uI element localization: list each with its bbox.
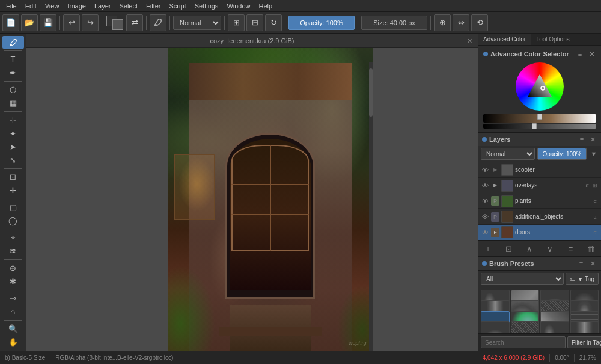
brush-item[interactable]	[481, 321, 510, 333]
layer-visibility-icon[interactable]: 👁	[481, 228, 489, 237]
contiguous-select-tool[interactable]: ⌖	[2, 231, 24, 244]
undo-button[interactable]: ↩	[63, 14, 80, 31]
move-up-button[interactable]: ∧	[523, 243, 535, 255]
similar-select-tool[interactable]: ≋	[2, 244, 24, 257]
layer-item-doors[interactable]: 👁 F doors α	[478, 225, 601, 240]
color-value-bar[interactable]	[483, 114, 596, 123]
layer-visibility-icon[interactable]: 👁	[481, 166, 489, 174]
move-down-button[interactable]: ∨	[544, 243, 556, 255]
add-layer-button[interactable]: +	[482, 243, 494, 255]
freehand-select-tool[interactable]: ⊹	[2, 114, 24, 126]
painting-canvas[interactable]: wophrg	[168, 48, 373, 351]
layer-visibility-icon[interactable]: 👁	[481, 197, 489, 205]
tab-advanced-color[interactable]: Advanced Color	[478, 34, 531, 45]
redo-button[interactable]: ↪	[82, 14, 99, 31]
flip-h-button[interactable]: ⇔	[453, 14, 469, 31]
assistant-tool[interactable]: ⌂	[2, 305, 24, 318]
transform-tool[interactable]: ⤡	[2, 154, 24, 166]
layer-blend-mode-select[interactable]: Normal	[481, 148, 535, 160]
mirror-tool-button[interactable]: ⊞	[228, 14, 245, 31]
layer-opacity-bar[interactable]: Opacity: 100%	[537, 148, 587, 160]
smart-patch-tool[interactable]: ✱	[2, 275, 24, 288]
crop-tool[interactable]: ⊡	[2, 171, 24, 183]
freehand-brush-tool[interactable]	[2, 36, 24, 49]
duplicate-layer-button[interactable]: ⊡	[502, 243, 514, 255]
layers-close-icon[interactable]: ✕	[588, 135, 597, 144]
save-button[interactable]: 💾	[40, 14, 56, 31]
menu-select[interactable]: Select	[115, 0, 141, 12]
layer-item-overlays[interactable]: 👁 ▶ overlays α ⊞	[478, 178, 601, 193]
menu-edit[interactable]: Edit	[22, 0, 40, 12]
brush-item[interactable]	[511, 321, 540, 333]
layer-expand-icon[interactable]: ▶	[491, 166, 499, 174]
gradient-tool[interactable]: ▦	[2, 97, 24, 109]
tab-tool-options[interactable]: Tool Options	[531, 34, 575, 45]
alpha-lock-icon[interactable]: α	[591, 213, 599, 220]
move-tool[interactable]: ✛	[2, 184, 24, 196]
menu-filter[interactable]: Filter	[142, 0, 164, 12]
menu-help[interactable]: Help	[255, 0, 276, 12]
pan-tool[interactable]: ✋	[2, 336, 24, 348]
arrow-tool[interactable]: ➤	[2, 141, 24, 153]
layer-style-button[interactable]: ≡	[565, 243, 577, 255]
color-sampler-tool[interactable]: ⊕	[2, 262, 24, 275]
close-canvas-button[interactable]: ✕	[465, 36, 474, 46]
alpha-lock-icon[interactable]: α	[584, 182, 591, 189]
rotation-button[interactable]: ↻	[265, 14, 282, 31]
brush-size-display[interactable]: Size: 40.00 px	[361, 16, 427, 30]
delete-layer-button[interactable]: 🗑	[585, 243, 597, 255]
inherit-alpha-icon[interactable]: ⊞	[591, 182, 599, 189]
color-wheel-container[interactable]	[481, 60, 599, 113]
alpha-lock-icon[interactable]: α	[591, 229, 599, 236]
brush-search-input[interactable]	[481, 336, 566, 348]
opacity-display[interactable]: Opacity: 100%	[288, 16, 355, 30]
layer-visibility-icon[interactable]: 👁	[481, 181, 489, 190]
brush-item[interactable]	[540, 321, 569, 333]
swap-colors-button[interactable]: ⇄	[126, 14, 143, 31]
color-selector[interactable]	[105, 14, 124, 31]
color-dark-bar[interactable]	[483, 124, 596, 129]
layers-settings-icon[interactable]: ≡	[577, 135, 587, 144]
filter-in-tag-button[interactable]: Filter in Tag	[567, 336, 601, 348]
color-wheel[interactable]	[516, 62, 564, 111]
brush-item[interactable]	[570, 321, 599, 333]
layer-options-icon[interactable]: ▼	[589, 149, 599, 159]
layer-visibility-icon[interactable]: 👁	[481, 213, 489, 221]
brush-options-button[interactable]: ⊕	[434, 14, 451, 31]
alpha-lock-icon[interactable]: α	[591, 198, 599, 205]
reset-button[interactable]: ⟲	[471, 14, 488, 31]
ellipse-select-tool[interactable]: ◯	[2, 214, 24, 227]
canvas-content[interactable]: wophrg	[26, 48, 478, 351]
fill-tool[interactable]: ⬡	[2, 83, 24, 96]
menu-layer[interactable]: Layer	[91, 0, 115, 12]
wrap-tool-button[interactable]: ⊟	[246, 14, 263, 31]
new-file-button[interactable]: 📄	[2, 14, 19, 31]
menu-file[interactable]: File	[2, 0, 20, 12]
measure-tool[interactable]: ⊸	[2, 292, 24, 305]
color-panel-settings-icon[interactable]: ≡	[575, 49, 585, 59]
calligraphy-tool[interactable]: ✒	[2, 66, 24, 79]
text-tool[interactable]: T	[2, 53, 24, 65]
brush-panel-close-icon[interactable]: ✕	[588, 259, 597, 268]
layer-item-scooter[interactable]: 👁 ▶ scooter	[478, 162, 601, 178]
layer-item-additional-objects[interactable]: 👁 P additional_objects α	[478, 209, 601, 225]
layer-expand-icon[interactable]: ▶	[491, 181, 499, 190]
brush-preset-button[interactable]	[150, 14, 166, 31]
menu-window[interactable]: Window	[223, 0, 254, 12]
color-panel-close-icon[interactable]: ✕	[587, 49, 596, 59]
blend-mode-select[interactable]: Normal	[173, 16, 221, 30]
brush-panel-settings-icon[interactable]: ≡	[576, 259, 586, 268]
zoom-tool[interactable]: 🔍	[2, 322, 24, 335]
value-bar-thumb[interactable]	[537, 114, 542, 120]
dark-bar-thumb[interactable]	[532, 123, 537, 129]
tag-filter-button[interactable]: 🏷 ▼ Tag	[566, 273, 599, 285]
menu-image[interactable]: Image	[64, 0, 90, 12]
layer-item-plants[interactable]: 👁 P plants α	[478, 193, 601, 209]
rect-select-tool[interactable]: ▢	[2, 201, 24, 214]
menu-settings[interactable]: Settings	[191, 0, 222, 12]
menu-script[interactable]: Script	[166, 0, 190, 12]
path-tool[interactable]: ✦	[2, 127, 24, 139]
open-file-button[interactable]: 📂	[21, 14, 38, 31]
menu-view[interactable]: View	[41, 0, 63, 12]
brush-category-select[interactable]: All	[481, 273, 564, 285]
